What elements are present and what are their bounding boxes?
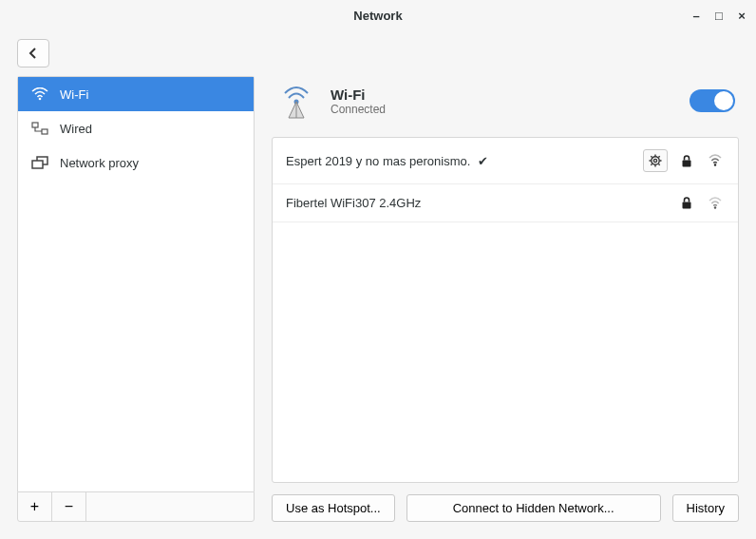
- svg-line-14: [651, 164, 652, 164]
- wifi-signal-icon: [706, 197, 725, 210]
- wifi-antenna-icon: [275, 80, 317, 122]
- wifi-toggle[interactable]: [690, 89, 735, 112]
- sidebar-footer: + −: [17, 491, 255, 522]
- svg-rect-16: [683, 160, 691, 166]
- network-settings-window: Network – □ × Wi-Fi: [0, 0, 756, 539]
- close-button[interactable]: ×: [737, 10, 747, 20]
- titlebar-controls: – □ ×: [691, 10, 747, 20]
- svg-point-19: [714, 206, 716, 208]
- chevron-left-icon: [28, 48, 38, 59]
- gear-icon: [649, 154, 662, 167]
- sidebar-item-label: Wi-Fi: [60, 87, 88, 102]
- remove-connection-button[interactable]: −: [52, 492, 86, 521]
- sidebar-item-wired[interactable]: Wired: [18, 111, 254, 145]
- window-title: Network: [353, 9, 402, 23]
- svg-rect-2: [42, 129, 47, 134]
- add-connection-button[interactable]: +: [18, 492, 52, 521]
- svg-rect-1: [32, 123, 38, 127]
- network-ssid: Espert 2019 y no mas peronismo.: [286, 154, 470, 168]
- connection-status: Connected: [331, 103, 676, 116]
- back-button[interactable]: [17, 39, 49, 67]
- sidebar-list: Wi-Fi Wired Network proxy: [17, 76, 255, 491]
- svg-point-6: [652, 157, 659, 164]
- toolbar: [0, 30, 756, 76]
- connected-check-icon: ✔: [478, 154, 488, 168]
- svg-line-12: [651, 156, 652, 157]
- use-as-hotspot-button[interactable]: Use as Hotspot...: [272, 494, 395, 522]
- svg-point-7: [653, 159, 656, 162]
- bottom-button-row: Use as Hotspot... Connect to Hidden Netw…: [272, 483, 739, 522]
- svg-line-13: [658, 164, 659, 164]
- minimize-button[interactable]: –: [691, 10, 701, 20]
- sidebar-item-label: Network proxy: [60, 156, 139, 170]
- lock-icon: [677, 197, 696, 209]
- wifi-header: Wi-Fi Connected: [272, 76, 739, 137]
- history-button[interactable]: History: [672, 494, 739, 522]
- sidebar-item-wifi[interactable]: Wi-Fi: [18, 77, 254, 111]
- svg-rect-4: [32, 161, 43, 168]
- sidebar-item-label: Wired: [60, 122, 92, 136]
- main-pane: Wi-Fi Connected Espert 2019 y no mas per…: [272, 76, 739, 522]
- network-row[interactable]: Fibertel WiFi307 2.4GHz: [273, 184, 738, 222]
- wifi-icon: [31, 87, 48, 102]
- lock-icon: [677, 155, 696, 167]
- svg-point-0: [39, 98, 42, 101]
- wifi-signal-icon: [706, 154, 725, 167]
- network-settings-button[interactable]: [643, 149, 668, 172]
- available-networks-list: Espert 2019 y no mas peronismo. ✔: [272, 137, 739, 483]
- content-area: Wi-Fi Wired Network proxy + −: [0, 76, 756, 539]
- svg-point-17: [714, 164, 716, 165]
- connect-hidden-network-button[interactable]: Connect to Hidden Network...: [406, 494, 661, 522]
- network-ssid: Fibertel WiFi307 2.4GHz: [286, 196, 421, 210]
- network-row[interactable]: Espert 2019 y no mas peronismo. ✔: [273, 138, 738, 184]
- toggle-knob: [714, 91, 733, 110]
- wifi-header-text: Wi-Fi Connected: [331, 87, 676, 116]
- sidebar-item-proxy[interactable]: Network proxy: [18, 145, 254, 180]
- titlebar: Network – □ ×: [0, 0, 756, 30]
- wired-icon: [31, 121, 48, 136]
- sidebar: Wi-Fi Wired Network proxy + −: [17, 76, 255, 522]
- proxy-icon: [31, 155, 48, 170]
- page-title: Wi-Fi: [331, 87, 676, 103]
- maximize-button[interactable]: □: [714, 10, 724, 20]
- svg-rect-18: [683, 202, 691, 209]
- svg-line-15: [658, 156, 659, 157]
